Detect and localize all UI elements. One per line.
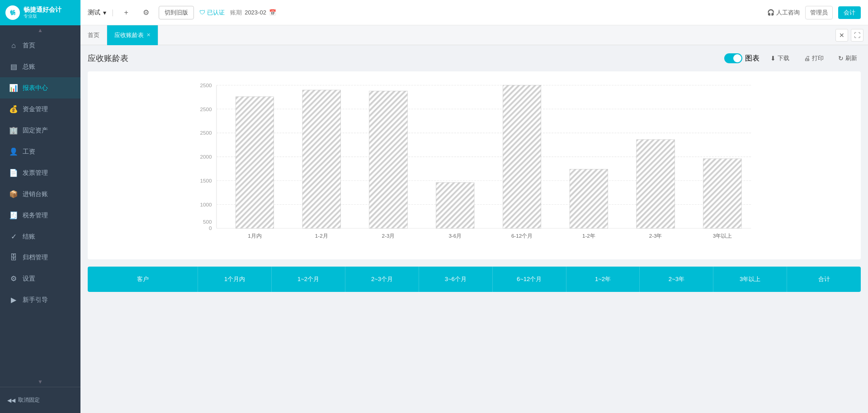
shield-icon: 🛡 xyxy=(199,9,205,16)
download-label: 下载 xyxy=(778,54,789,62)
sidebar-item-purchase[interactable]: 📦 进销台账 xyxy=(0,183,80,205)
sidebar-item-settings[interactable]: ⚙ 设置 xyxy=(0,268,80,289)
sidebar-item-ledger[interactable]: ▤ 总账 xyxy=(0,56,80,77)
svg-text:2500: 2500 xyxy=(200,82,212,88)
period-value: 2023-02 xyxy=(245,9,266,16)
print-button[interactable]: 🖨 打印 xyxy=(800,52,827,64)
svg-text:1月内: 1月内 xyxy=(248,233,261,239)
accountant-button[interactable]: 会计 xyxy=(838,6,861,19)
bar-1-2年 xyxy=(570,169,608,228)
refresh-button[interactable]: ↻ 刷新 xyxy=(835,52,861,64)
download-icon: ⬇ xyxy=(770,55,776,62)
bar-1-2月 xyxy=(302,90,340,228)
period-label: 账期 xyxy=(230,9,242,17)
toggle-thumb xyxy=(733,54,741,62)
settings-button[interactable]: ⚙ xyxy=(139,5,153,20)
gear-icon: ⚙ xyxy=(143,8,149,17)
sidebar-logo: 畅 畅捷通好会计 专业版 xyxy=(0,0,80,25)
sidebar-item-home[interactable]: ⌂ 首页 xyxy=(0,35,80,56)
print-label: 打印 xyxy=(812,54,824,62)
certified-label: 已认证 xyxy=(207,9,225,17)
svg-text:1-2年: 1-2年 xyxy=(582,233,595,239)
svg-text:1-2月: 1-2月 xyxy=(315,233,328,239)
sidebar-item-invoice[interactable]: 📄 发票管理 xyxy=(0,162,80,183)
sidebar-item-payroll-label: 工资 xyxy=(23,148,35,156)
sidebar-item-payroll[interactable]: 👤 工资 xyxy=(0,141,80,162)
refresh-icon: ↻ xyxy=(838,55,844,62)
consult-button[interactable]: 🎧 人工咨询 xyxy=(767,9,800,17)
separator-1: | xyxy=(112,9,113,17)
sidebar-item-purchase-label: 进销台账 xyxy=(23,190,48,198)
bar-chart: 2500 2500 2500 2000 1500 1000 500 0 xyxy=(101,80,847,252)
sidebar-item-closing[interactable]: ✓ 结账 xyxy=(0,226,80,247)
svg-text:3年以上: 3年以上 xyxy=(713,233,732,239)
chart-toggle[interactable]: 图表 xyxy=(724,53,760,63)
page-content: 应收账龄表 图表 ⬇ 下载 🖨 打印 xyxy=(80,45,868,299)
tab-home-label: 首页 xyxy=(88,31,99,39)
scroll-down-btn[interactable]: ▼ xyxy=(0,377,80,387)
table-header: 客户 1个月内 1~2个月 2~3个月 3~6个月 6~12 xyxy=(88,267,861,292)
sidebar-item-archive[interactable]: 🗄 归档管理 xyxy=(0,247,80,268)
add-icon: + xyxy=(124,9,128,17)
calendar-icon[interactable]: 📅 xyxy=(269,9,276,16)
chevron-down-icon: ▾ xyxy=(103,9,106,16)
capital-icon: 💰 xyxy=(9,105,18,113)
sidebar-item-tax[interactable]: 🧾 税务管理 xyxy=(0,205,80,226)
bar-3-6月 xyxy=(436,183,474,228)
expand-icon: ⛶ xyxy=(854,32,860,39)
chart-wrapper: 2500 2500 2500 2000 1500 1000 500 0 xyxy=(101,80,847,252)
switch-old-version-button[interactable]: 切到旧版 xyxy=(159,6,194,19)
th-1-2month: 1~2个月 xyxy=(272,267,345,292)
th-6-12month: 6~12个月 xyxy=(493,267,566,292)
print-icon: 🖨 xyxy=(804,55,810,62)
sidebar-item-assets-label: 固定资产 xyxy=(23,127,48,135)
sidebar-item-tax-label: 税务管理 xyxy=(23,211,48,220)
sidebar-item-archive-label: 归档管理 xyxy=(23,253,48,262)
sidebar-item-capital[interactable]: 💰 资金管理 xyxy=(0,99,80,120)
bar-1月内 xyxy=(236,97,274,228)
svg-text:1000: 1000 xyxy=(200,202,212,207)
sidebar-item-guide[interactable]: ▶ 新手引导 xyxy=(0,289,80,310)
th-total: 合计 xyxy=(787,267,861,292)
chart-container: 2500 2500 2500 2000 1500 1000 500 0 xyxy=(88,71,861,259)
sidebar-item-reports[interactable]: 📊 报表中心 xyxy=(0,77,80,99)
svg-text:0: 0 xyxy=(209,225,212,231)
sidebar-item-home-label: 首页 xyxy=(23,42,35,50)
chart-toggle-label: 图表 xyxy=(745,54,760,63)
table-container: 客户 1个月内 1~2个月 2~3个月 3~6个月 6~12 xyxy=(88,267,861,292)
download-button[interactable]: ⬇ 下载 xyxy=(767,52,793,64)
th-1-2year: 1~2年 xyxy=(566,267,640,292)
page-actions: 图表 ⬇ 下载 🖨 打印 ↻ 刷新 xyxy=(724,52,861,64)
logo-name: 畅捷通好会计 xyxy=(24,6,61,14)
logo-edition: 专业版 xyxy=(24,13,61,19)
settings-sidebar-icon: ⚙ xyxy=(9,274,18,283)
main-area: 测试 ▾ | + ⚙ 切到旧版 🛡 已认证 账期 2023-02 📅 🎧 人工咨… xyxy=(80,0,868,413)
toggle-track[interactable] xyxy=(724,53,742,63)
svg-text:3-6月: 3-6月 xyxy=(448,233,462,239)
cancel-fixed-btn[interactable]: ◀◀ 取消固定 xyxy=(0,392,80,408)
sidebar-bottom: ◀◀ 取消固定 xyxy=(0,387,80,413)
svg-text:2000: 2000 xyxy=(200,154,212,160)
sidebar-nav: ⌂ 首页 ▤ 总账 📊 报表中心 💰 资金管理 🏢 固定资产 👤 工资 📄 发票… xyxy=(0,35,80,377)
tab-close-icon[interactable]: ✕ xyxy=(146,32,151,38)
logo-icon: 畅 xyxy=(5,5,20,20)
sidebar-item-assets[interactable]: 🏢 固定资产 xyxy=(0,120,80,141)
sidebar-item-invoice-label: 发票管理 xyxy=(23,169,48,177)
page-header: 应收账龄表 图表 ⬇ 下载 🖨 打印 xyxy=(88,52,861,64)
closing-icon: ✓ xyxy=(9,232,18,241)
headset-icon: 🎧 xyxy=(767,9,774,16)
th-2-3month: 2~3个月 xyxy=(345,267,419,292)
scroll-up-btn[interactable]: ▲ xyxy=(0,25,80,35)
user-button[interactable]: 管理员 xyxy=(805,6,833,19)
add-button[interactable]: + xyxy=(119,5,133,20)
th-2-3year: 2~3年 xyxy=(640,267,713,292)
tab-aging[interactable]: 应收账龄表 ✕ xyxy=(107,25,158,45)
expand-button[interactable]: ⛶ xyxy=(851,29,863,42)
close-window-button[interactable]: ✕ xyxy=(835,29,848,42)
th-3-6month: 3~6个月 xyxy=(419,267,493,292)
tab-home[interactable]: 首页 xyxy=(80,25,107,45)
sidebar-item-reports-label: 报表中心 xyxy=(23,84,48,92)
th-customer: 客户 xyxy=(88,267,198,292)
company-selector[interactable]: 测试 ▾ xyxy=(88,9,106,17)
invoice-icon: 📄 xyxy=(9,169,18,177)
